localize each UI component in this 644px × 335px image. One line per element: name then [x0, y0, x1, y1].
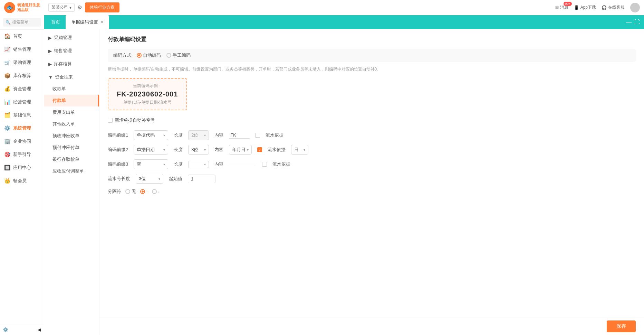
auto-fill-checkbox[interactable]	[108, 118, 113, 123]
radio-sep-dash[interactable]: ·	[140, 189, 148, 194]
sidebar-item-system[interactable]: ⚙️ 系统管理	[0, 122, 44, 135]
tab-close-icon[interactable]: ✕	[100, 20, 104, 25]
prefix1-select-arrow: ▾	[163, 133, 165, 137]
sidebar-item-appstore[interactable]: 🔲 应用中心	[0, 161, 44, 174]
sidebar-item-inventory[interactable]: 📦 库存核算	[0, 69, 44, 82]
preview-code: FK-20230602-001	[117, 90, 178, 98]
sidebar-item-enterprise[interactable]: 🏢 企业协同	[0, 135, 44, 148]
sub-nav-group-purchase: ▶ 采购管理	[44, 32, 99, 44]
sub-nav-item-expense[interactable]: 费用支出单	[44, 106, 99, 118]
prefix2-period-select[interactable]: 日 ▾	[291, 145, 308, 155]
prefix3-serial-label: 流水依据	[272, 161, 290, 167]
radio-sep-none[interactable]: 无	[125, 188, 136, 195]
system-icon: ⚙️	[4, 125, 10, 131]
prefix1-content-label: 内容	[214, 132, 223, 138]
radio-sep-dot[interactable]: ·	[152, 189, 160, 194]
start-value-input[interactable]	[188, 175, 215, 183]
logo-icon: 🐟	[4, 2, 15, 13]
operation-icon: 📊	[4, 99, 10, 105]
home-icon: 🏠	[4, 33, 10, 39]
sub-nav-item-bank-deposit[interactable]: 银行存取款单	[44, 153, 99, 165]
sub-nav-item-advance-payable[interactable]: 预付冲应付单	[44, 142, 99, 153]
prefix3-select-arrow: ▾	[163, 162, 165, 166]
collapse-icon[interactable]: ◀	[38, 327, 41, 332]
serial-length-select[interactable]: 3位 ▾	[136, 174, 163, 184]
logo-area: 🐟 畅通道好生意 拓品版	[4, 2, 46, 13]
sub-nav-group-funds: ▼ 资金往来 收款单 付款单 费用支出单 其他收入单 预收冲应收单 预付冲应付单…	[44, 71, 99, 177]
tab-serial-setting[interactable]: 单据编码设置 ✕	[66, 15, 109, 29]
headset-icon: 🎧	[602, 5, 607, 10]
prefix1-length-label: 长度	[174, 132, 183, 138]
sidebar-search[interactable]: 🔍 搜索菜单	[3, 18, 41, 27]
tab-bar-right: — ⛶	[626, 19, 643, 25]
sidebar-item-operation[interactable]: 📊 经营管理	[0, 95, 44, 109]
message-area[interactable]: ✉ 消息 99+	[555, 4, 568, 10]
sidebar-item-guide[interactable]: 🎯 新手引导	[0, 148, 44, 161]
sidebar-item-finance[interactable]: 💰 资金管理	[0, 82, 44, 95]
sub-nav-item-ap-adjust[interactable]: 应收应付调整单	[44, 165, 99, 177]
maximize-icon[interactable]: ⛶	[634, 19, 640, 25]
purchase-icon: 🛒	[4, 59, 10, 66]
prefix1-serial-checkbox[interactable]	[255, 133, 260, 138]
minimize-icon[interactable]: —	[626, 19, 632, 25]
sub-nav-item-receipt[interactable]: 收款单	[44, 83, 99, 95]
sub-nav-item-advance-receivable[interactable]: 预收冲应收单	[44, 130, 99, 142]
sidebar-item-home[interactable]: 🏠 首页	[0, 30, 44, 43]
serial-length-label: 流水号长度	[108, 176, 130, 182]
inventory-icon: 📦	[4, 73, 10, 79]
prefix2-serial-label: 流水依据	[268, 147, 286, 153]
radio-dot-sep-none	[125, 189, 130, 194]
settings-icon[interactable]: ⚙	[77, 4, 82, 11]
user-avatar[interactable]	[630, 3, 640, 12]
sub-nav-group-sales: ▶ 销售管理	[44, 45, 99, 57]
finance-icon: 💰	[4, 86, 10, 92]
tab-home[interactable]: 首页	[46, 15, 66, 29]
save-button[interactable]: 保存	[607, 320, 636, 332]
sidebar-item-basic[interactable]: 🗂️ 基础信息	[0, 109, 44, 122]
bottom-bar: 保存	[99, 317, 644, 335]
prefix2-select[interactable]: 单据日期 ▾	[134, 145, 168, 155]
guide-icon: 🎯	[4, 151, 10, 158]
sub-nav-item-other-income[interactable]: 其他收入单	[44, 118, 99, 130]
prefix3-content-label: 内容	[214, 161, 223, 167]
encoding-method-label: 编码方式	[113, 52, 131, 58]
prefix3-label: 编码前缀3	[108, 161, 128, 167]
sidebar-item-sales[interactable]: 📈 销售管理	[0, 43, 44, 56]
bottom-settings-icon[interactable]: ⚙️	[3, 327, 8, 332]
sub-nav-item-payment[interactable]: 付款单	[44, 95, 99, 106]
prefix2-row: 编码前缀2 单据日期 ▾ 长度 8位 ▾ 内容 年月日	[108, 145, 636, 155]
radio-dot-sep-dash	[140, 189, 145, 194]
company-selector[interactable]: 某某公司 ▾	[48, 3, 75, 12]
prefix2-serial-checkbox[interactable]: ✓	[257, 147, 262, 152]
radio-dot-sep-dot	[152, 189, 157, 194]
chevron-down-icon2: ▼	[48, 75, 53, 80]
prefix3-length-select[interactable]: ▾	[188, 161, 209, 168]
sub-nav-group-sales-header[interactable]: ▶ 销售管理	[44, 45, 99, 57]
radio-manual-encode[interactable]: 手工编码	[166, 52, 191, 58]
sidebar-item-purchase[interactable]: 🛒 采购管理	[0, 56, 44, 69]
sub-nav-group-inventory-header[interactable]: ▶ 库存核算	[44, 58, 99, 70]
prefix2-length-select[interactable]: 8位 ▾	[188, 145, 209, 155]
sidebar-item-member[interactable]: 👑 畅会员	[0, 174, 44, 187]
sub-nav-group-funds-header[interactable]: ▼ 资金往来	[44, 71, 99, 83]
trial-button[interactable]: 体验行业方案	[85, 2, 119, 12]
prefix1-length-input: 2位 ▾	[188, 130, 209, 140]
separator-label: 分隔符	[108, 188, 121, 195]
prefix3-serial-checkbox[interactable]	[262, 162, 267, 167]
prefix3-row: 编码前缀3 空 ▾ 长度 ▾ 内容 流水依据	[108, 159, 636, 169]
sub-layout: ▶ 采购管理 ▶ 销售管理 ▶ 库存核算	[44, 29, 644, 335]
sub-nav-group-purchase-header[interactable]: ▶ 采购管理	[44, 32, 99, 44]
top-bar-right: ✉ 消息 99+ 📱 App下载 🎧 在线客服	[555, 3, 640, 12]
radio-auto-encode[interactable]: 自动编码	[137, 52, 161, 58]
sidebar-search-area: 🔍 搜索菜单	[0, 15, 44, 30]
app-download-area[interactable]: 📱 App下载	[574, 4, 596, 10]
message-icon: ✉	[555, 5, 559, 10]
radio-group-encoding: 自动编码 手工编码	[137, 52, 191, 58]
prefix2-content-select[interactable]: 年月日 ▾	[229, 145, 252, 155]
prefix3-select[interactable]: 空 ▾	[134, 159, 168, 169]
prefix2-label: 编码前缀2	[108, 147, 128, 153]
prefix1-select[interactable]: 单据代码 ▾	[134, 130, 168, 140]
prefix1-serial-label: 流水依据	[266, 132, 283, 138]
top-bar-middle: 某某公司 ▾ ⚙ 体验行业方案	[48, 2, 552, 12]
online-service-area[interactable]: 🎧 在线客服	[602, 4, 625, 10]
